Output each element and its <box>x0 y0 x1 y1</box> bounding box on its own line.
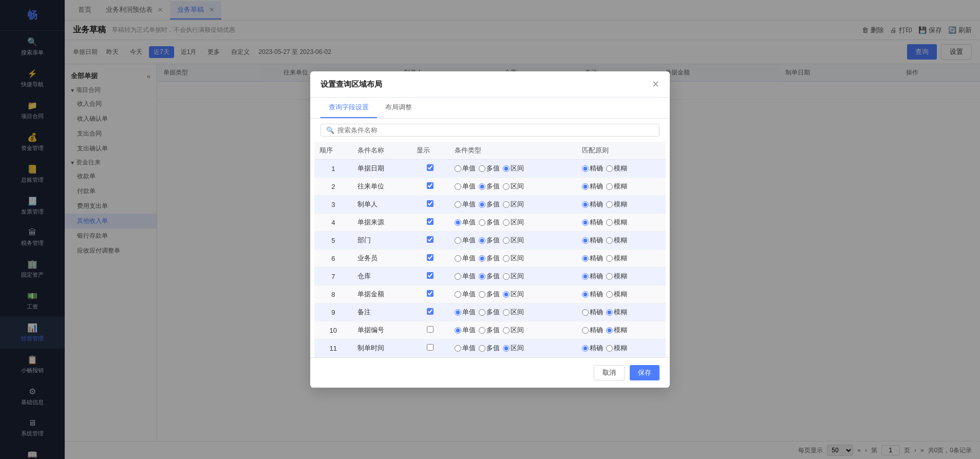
dialog-tab-fields[interactable]: 查询字段设置 <box>321 98 377 118</box>
match-radio-exact[interactable]: 精确 <box>582 343 603 353</box>
type-radio-multi[interactable]: 多值 <box>479 326 500 335</box>
type-radio-range[interactable]: 区间 <box>503 290 524 299</box>
type-radio-multi[interactable]: 多值 <box>479 236 500 245</box>
match-radio-fuzzy[interactable]: 模糊 <box>606 343 627 353</box>
show-checkbox[interactable] <box>427 326 434 333</box>
row-condition-name: 仓库 <box>352 267 411 285</box>
type-radio-multi[interactable]: 多值 <box>479 218 500 227</box>
row-condition-name: 制单时间 <box>352 339 411 357</box>
search-input[interactable] <box>337 126 440 134</box>
type-radio-range[interactable]: 区间 <box>503 272 524 281</box>
dialog-tab-layout[interactable]: 布局调整 <box>377 98 420 118</box>
dialog-tabs: 查询字段设置布局调整 <box>310 98 670 119</box>
match-radio-fuzzy[interactable]: 模糊 <box>606 182 627 191</box>
type-radio-single[interactable]: 单值 <box>455 272 476 281</box>
show-checkbox[interactable] <box>427 308 434 315</box>
row-type-cell: 单值多值区间 <box>449 250 577 267</box>
type-radio-single[interactable]: 单值 <box>455 343 476 353</box>
match-radio-fuzzy[interactable]: 模糊 <box>606 236 627 245</box>
show-checkbox[interactable] <box>427 164 434 171</box>
row-show-cell <box>411 339 449 357</box>
dialog-body: 查询字段设置布局调整 🔍 顺序条件名称显示条件类型匹配原则 1单据日期单值多值区… <box>310 98 670 357</box>
type-radio-multi[interactable]: 多值 <box>479 164 500 173</box>
row-order: 7 <box>314 267 352 285</box>
type-radio-range[interactable]: 区间 <box>503 343 524 353</box>
row-show-cell <box>411 196 449 214</box>
type-radio-range[interactable]: 区间 <box>503 200 524 209</box>
match-radio-exact[interactable]: 精确 <box>582 272 603 281</box>
match-radio-exact[interactable]: 精确 <box>582 200 603 209</box>
match-radio-exact[interactable]: 精确 <box>582 326 603 335</box>
type-radio-multi[interactable]: 多值 <box>479 200 500 209</box>
match-radio-fuzzy[interactable]: 模糊 <box>606 326 627 335</box>
type-radio-range[interactable]: 区间 <box>503 182 524 191</box>
match-radio-fuzzy[interactable]: 模糊 <box>606 290 627 299</box>
dialog-table: 顺序条件名称显示条件类型匹配原则 1单据日期单值多值区间精确模糊2往来单位单值多… <box>314 142 666 357</box>
save-button[interactable]: 保存 <box>630 365 659 380</box>
show-checkbox[interactable] <box>427 272 434 279</box>
type-radio-single[interactable]: 单值 <box>455 290 476 299</box>
row-match-cell: 精确模糊 <box>577 250 666 267</box>
type-radio-multi[interactable]: 多值 <box>479 272 500 281</box>
type-radio-single[interactable]: 单值 <box>455 164 476 173</box>
type-radio-multi[interactable]: 多值 <box>479 182 500 191</box>
type-radio-single[interactable]: 单值 <box>455 182 476 191</box>
type-radio-single[interactable]: 单值 <box>455 254 476 263</box>
type-radio-range[interactable]: 区间 <box>503 164 524 173</box>
type-radio-single[interactable]: 单值 <box>455 200 476 209</box>
row-show-cell <box>411 160 449 178</box>
row-type-cell: 单值多值区间 <box>449 214 577 232</box>
dialog: 设置查询区域布局 ✕ 查询字段设置布局调整 🔍 顺序条件名称显示条件类型匹配原则 <box>310 71 670 388</box>
show-checkbox[interactable] <box>427 182 434 189</box>
dialog-close-button[interactable]: ✕ <box>652 79 659 90</box>
match-radio-exact[interactable]: 精确 <box>582 218 603 227</box>
match-radio-exact[interactable]: 精确 <box>582 236 603 245</box>
row-order: 6 <box>314 250 352 267</box>
dialog-footer: 取消 保存 <box>310 357 670 388</box>
row-condition-name: 业务员 <box>352 250 411 267</box>
row-condition-name: 单据金额 <box>352 285 411 303</box>
row-match-cell: 精确模糊 <box>577 321 666 339</box>
type-radio-single[interactable]: 单值 <box>455 236 476 245</box>
type-radio-multi[interactable]: 多值 <box>479 308 500 317</box>
type-radio-multi[interactable]: 多值 <box>479 290 500 299</box>
show-checkbox[interactable] <box>427 344 434 351</box>
row-condition-name: 单据来源 <box>352 214 411 232</box>
match-radio-exact[interactable]: 精确 <box>582 308 603 317</box>
show-checkbox[interactable] <box>427 236 434 243</box>
match-radio-fuzzy[interactable]: 模糊 <box>606 218 627 227</box>
row-order: 8 <box>314 285 352 303</box>
show-checkbox[interactable] <box>427 254 434 261</box>
type-radio-multi[interactable]: 多值 <box>479 254 500 263</box>
cancel-button[interactable]: 取消 <box>594 365 625 380</box>
show-checkbox[interactable] <box>427 200 434 207</box>
type-radio-range[interactable]: 区间 <box>503 308 524 317</box>
row-condition-name: 备注 <box>352 303 411 321</box>
type-radio-range[interactable]: 区间 <box>503 326 524 335</box>
type-radio-multi[interactable]: 多值 <box>479 343 500 353</box>
dialog-column-header: 匹配原则 <box>577 142 666 160</box>
match-radio-exact[interactable]: 精确 <box>582 182 603 191</box>
match-radio-exact[interactable]: 精确 <box>582 164 603 173</box>
show-checkbox[interactable] <box>427 218 434 225</box>
match-radio-exact[interactable]: 精确 <box>582 254 603 263</box>
row-type-cell: 单值多值区间 <box>449 303 577 321</box>
show-checkbox[interactable] <box>427 290 434 297</box>
match-radio-fuzzy[interactable]: 模糊 <box>606 308 627 317</box>
type-radio-single[interactable]: 单值 <box>455 326 476 335</box>
type-radio-range[interactable]: 区间 <box>503 254 524 263</box>
row-match-cell: 精确模糊 <box>577 267 666 285</box>
match-radio-fuzzy[interactable]: 模糊 <box>606 200 627 209</box>
dialog-table-row: 5部门单值多值区间精确模糊 <box>314 232 666 250</box>
type-radio-range[interactable]: 区间 <box>503 218 524 227</box>
type-radio-range[interactable]: 区间 <box>503 236 524 245</box>
match-radio-fuzzy[interactable]: 模糊 <box>606 254 627 263</box>
dialog-title: 设置查询区域布局 <box>321 80 382 89</box>
type-radio-single[interactable]: 单值 <box>455 218 476 227</box>
match-radio-fuzzy[interactable]: 模糊 <box>606 164 627 173</box>
type-radio-single[interactable]: 单值 <box>455 308 476 317</box>
dialog-table-row: 2往来单位单值多值区间精确模糊 <box>314 178 666 196</box>
match-radio-fuzzy[interactable]: 模糊 <box>606 272 627 281</box>
dialog-column-header: 顺序 <box>314 142 352 160</box>
match-radio-exact[interactable]: 精确 <box>582 290 603 299</box>
